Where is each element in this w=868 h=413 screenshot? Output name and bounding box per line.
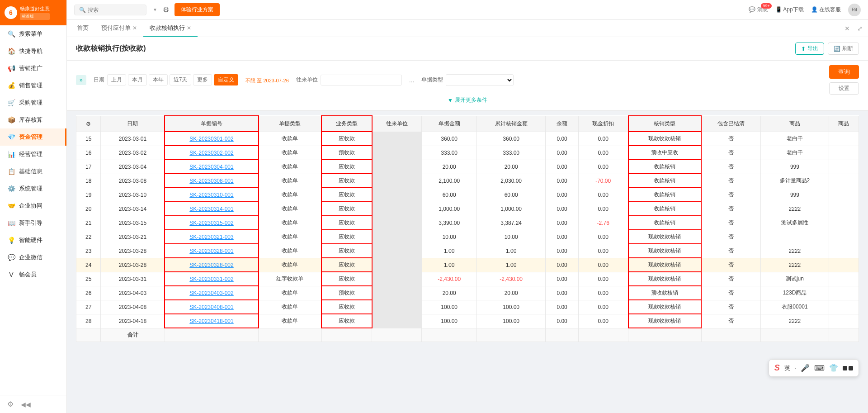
close-tab-icon[interactable]: ✕ [843, 23, 852, 34]
cell-doc_no[interactable]: SK-20230308-001 [165, 174, 258, 188]
search-box[interactable]: 🔍 [74, 5, 146, 15]
col-header-partner: 往来单位 [372, 116, 422, 132]
col-header-doc_type: 单据类型 [259, 116, 322, 132]
filter-doctype-item: 单据类型 [421, 74, 514, 86]
operation-icon: 📊 [7, 150, 15, 158]
sidebar-item-finance[interactable]: 💎资金管理 [0, 128, 66, 146]
sidebar-item-enterprise[interactable]: 🤝企业协同 [0, 197, 66, 214]
sidebar-item-marketing[interactable]: 📢营销推广 [0, 60, 66, 77]
doc-link[interactable]: SK-20230403-002 [189, 290, 233, 296]
tab-prepay[interactable]: 预付应付单✕ [95, 20, 143, 37]
expand-bar[interactable]: ▼ 展开更多条件 [76, 95, 859, 106]
cell-doc_no[interactable]: SK-20230408-001 [165, 300, 258, 314]
sidebar-item-quicknav[interactable]: 🏠快捷导航 [0, 43, 66, 60]
keyboard-icon[interactable]: ⌨ [814, 364, 825, 372]
table-row: 202023-03-14SK-20230314-001收款单应收款 1,000.… [76, 202, 859, 216]
online-service-link[interactable]: 👤 在线客服 [811, 6, 841, 14]
cell-cumulative: 100.00 [476, 300, 545, 314]
main-area: 🔍 ▼ ⚙ 体验行业方案 💬 消息 99+ 📱 App下载 👤 在线客服 Rit… [67, 0, 868, 413]
wechat-icon: 💬 [7, 253, 15, 261]
doc-link[interactable]: SK-20230310-001 [189, 192, 233, 198]
sidebar-item-stock[interactable]: 📦库存核算 [0, 111, 66, 128]
query-button[interactable]: 查询 [829, 65, 859, 79]
sidebar-item-search[interactable]: 🔍搜索菜单 [0, 25, 66, 43]
export-button[interactable]: ⬆ 导出 [795, 43, 824, 55]
partner-input[interactable] [321, 75, 402, 85]
sidebar-item-operation[interactable]: 📊经营管理 [0, 146, 66, 163]
close-tab-collection-icon[interactable]: ✕ [187, 25, 191, 31]
search-input[interactable] [88, 7, 142, 13]
settings-icon[interactable]: ⚙ [7, 400, 14, 408]
sidebar-item-purchase[interactable]: 🛒采购管理 [0, 94, 66, 111]
sidebar-item-wechat[interactable]: 💬企业微信 [0, 249, 66, 266]
cell-date: 2023-04-08 [101, 300, 165, 314]
col-header-balance: 余额 [546, 116, 578, 132]
cell-doc_type: 收款单 [259, 146, 322, 160]
search-dropdown-icon[interactable]: ▼ [153, 7, 157, 12]
tab-home[interactable]: 首页 [71, 20, 95, 37]
sidebar-item-basic[interactable]: 📋基础信息 [0, 163, 66, 180]
date-prev-month[interactable]: 上月 [107, 74, 126, 85]
doc-link[interactable]: SK-20230315-002 [189, 220, 233, 226]
cell-doc_type: 收款单 [259, 286, 322, 300]
doc-link[interactable]: SK-20230301-002 [189, 136, 233, 142]
table-row: 222023-03-21SK-20230321-003收款单应收款 10.001… [76, 230, 859, 244]
avatar[interactable]: Rit [848, 4, 861, 16]
industry-solution-button[interactable]: 体验行业方案 [175, 3, 220, 16]
cell-doc_no[interactable]: SK-20230321-003 [165, 230, 258, 244]
cell-doc_no[interactable]: SK-20230302-002 [165, 146, 258, 160]
col-header-cash_discount: 现金折扣 [578, 116, 628, 132]
app-download-link[interactable]: 📱 App下载 [775, 6, 804, 14]
doc-link[interactable]: SK-20230328-001 [189, 248, 233, 254]
doc-link[interactable]: SK-20230418-001 [189, 318, 233, 324]
cell-doc_no[interactable]: SK-20230403-002 [165, 286, 258, 300]
sidebar-item-hardware[interactable]: 💡智能硬件 [0, 232, 66, 249]
cell-doc_no[interactable]: SK-20230328-001 [165, 244, 258, 258]
date-this-month[interactable]: 本月 [128, 74, 147, 85]
filter-collapse-button[interactable]: » [76, 75, 86, 85]
doc-link[interactable]: SK-20230408-001 [189, 304, 233, 310]
filter-more-icon[interactable]: ... [409, 76, 415, 84]
doc-link[interactable]: SK-20230331-002 [189, 276, 233, 282]
doc-link[interactable]: SK-20230302-002 [189, 150, 233, 156]
expand-tabs-icon[interactable]: ⤢ [855, 23, 864, 34]
table-row: 162023-03-02SK-20230302-002收款单预收款 333.00… [76, 146, 859, 160]
cell-cash_discount: 0.00 [578, 258, 628, 272]
doc-link[interactable]: SK-20230304-001 [189, 164, 233, 170]
close-tab-prepay-icon[interactable]: ✕ [132, 25, 137, 31]
sidebar-item-guide[interactable]: 📖新手引导 [0, 214, 66, 232]
cell-doc_no[interactable]: SK-20230331-002 [165, 272, 258, 286]
tab-collection[interactable]: 收款核销执行✕ [143, 20, 198, 37]
cell-doc_no[interactable]: SK-20230314-001 [165, 202, 258, 216]
doc-type-select[interactable] [446, 74, 514, 86]
cell-cumulative: 20.00 [476, 286, 545, 300]
cell-doc_no[interactable]: SK-20230418-001 [165, 314, 258, 328]
sidebar-item-member[interactable]: V畅会员 [0, 266, 66, 283]
cell-goods2 [829, 244, 859, 258]
refresh-button[interactable]: 🔄 刷新 [828, 43, 859, 55]
collapse-icon[interactable]: ◀◀ [21, 401, 31, 408]
cell-doc_no[interactable]: SK-20230310-001 [165, 188, 258, 202]
doc-link[interactable]: SK-20230321-003 [189, 234, 233, 240]
doc-link[interactable]: SK-20230328-002 [189, 262, 233, 268]
date-this-year[interactable]: 本年 [149, 74, 168, 85]
date-custom[interactable]: 自定义 [214, 74, 238, 85]
cell-doc_no[interactable]: SK-20230304-001 [165, 160, 258, 174]
shirt-icon[interactable]: 👕 [829, 364, 838, 372]
cell-doc_type: 收款单 [259, 216, 322, 230]
cell-doc_no[interactable]: SK-20230301-002 [165, 132, 258, 146]
message-button[interactable]: 💬 消息 99+ [749, 6, 768, 14]
float-toolbar: S 英 · 🎤 ⌨ 👕 [769, 359, 859, 377]
cell-doc_no[interactable]: SK-20230315-002 [165, 216, 258, 230]
sidebar-item-sales[interactable]: 💰销售管理 [0, 77, 66, 94]
setting-button[interactable]: 设置 [829, 82, 859, 95]
doc-link[interactable]: SK-20230308-001 [189, 178, 233, 184]
mic-icon[interactable]: 🎤 [801, 364, 810, 372]
date-more[interactable]: 更多 [193, 74, 212, 85]
cell-doc_no[interactable]: SK-20230328-002 [165, 258, 258, 272]
date-7days[interactable]: 近7天 [170, 74, 192, 85]
doc-link[interactable]: SK-20230314-001 [189, 206, 233, 212]
sidebar-item-system[interactable]: ⚙️系统管理 [0, 180, 66, 197]
message-badge: 99+ [761, 3, 771, 9]
topbar-gear-icon[interactable]: ⚙ [163, 5, 169, 14]
